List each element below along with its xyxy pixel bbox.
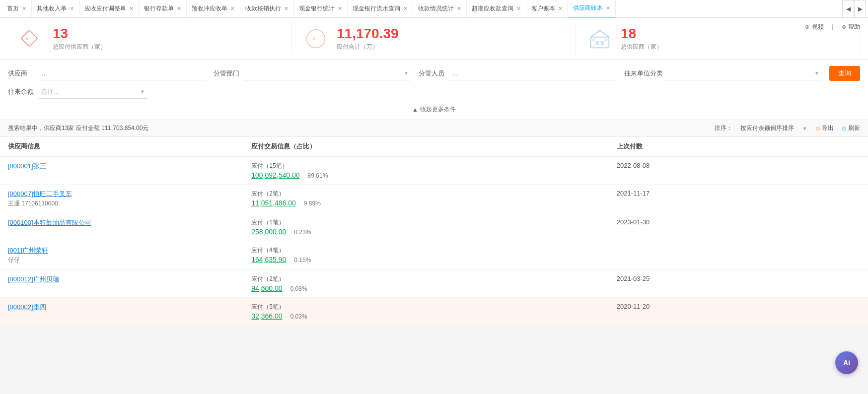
balance-select[interactable]: 选择... ▼ [39, 85, 147, 99]
refresh-button[interactable]: ⊙ 刷新 [842, 124, 860, 132]
nav-next-arrow[interactable]: ▶ [854, 0, 866, 18]
filter-balance: 往来余额 选择... ▼ [8, 85, 147, 99]
category-select[interactable]: ▼ [666, 66, 822, 80]
search-button[interactable]: 查询 [829, 66, 860, 81]
dept-label: 分管部门 [214, 69, 241, 78]
ai-assistant-button[interactable]: Ai [835, 351, 858, 374]
close-prepay-tab[interactable]: ✕ [230, 5, 235, 12]
tx-row: 94,600.00 0.08% [251, 283, 616, 292]
table-row: [000007]恒旺二手叉车 王通 17106110000 应付（2笔） 11,… [0, 185, 868, 213]
balance-label: 往来余额 [8, 87, 36, 96]
nav-tab-prepay[interactable]: 预收冲应收单 ✕ [187, 0, 240, 18]
last-pay-cell: 2022-08-08 [617, 162, 860, 169]
nav-tab-cashflow[interactable]: 现金银行流水查询 ✕ [348, 0, 413, 18]
svg-text:¥: ¥ [312, 36, 316, 42]
filter-row-2: 往来余额 选择... ▼ [8, 85, 860, 99]
nav-tab-bank[interactable]: 银行存款单 ✕ [139, 0, 187, 18]
supplier-info-cell: [000100]本特勤油品有限公司 [8, 218, 251, 227]
video-link[interactable]: ⊙ 视频 [805, 23, 823, 31]
nav-tab-income[interactable]: 其他收入单 ✕ [32, 0, 79, 18]
stat-block-total-payable: ¥ 11,170.39 应付合计（万） [292, 23, 576, 55]
export-button[interactable]: ⊙ 导出 [815, 124, 834, 132]
dept-chevron-down-icon: ▼ [404, 70, 409, 76]
tx-amount[interactable]: 94,600.00 [251, 284, 282, 292]
sort-select[interactable]: 按应付余额倒序排序 [740, 124, 794, 132]
nav-tab-recvstat[interactable]: 收款情况统计 ✕ [413, 0, 467, 18]
close-income-tab[interactable]: ✕ [70, 5, 74, 12]
help-links: ⊙ 视频 ｜ ⊙ 帮助 [805, 23, 860, 31]
svg-rect-0 [21, 30, 38, 47]
nav-tab-custbook[interactable]: 客户账本 ✕ [526, 0, 568, 18]
collapse-filters-button[interactable]: ▲ 收起更多条件 [8, 103, 860, 116]
supplier-link[interactable]: [001]广州荣轩 [8, 246, 251, 255]
nav-tab-verify[interactable]: 收款核销执行 ✕ [240, 0, 294, 18]
help-link[interactable]: ⊙ 帮助 [842, 23, 860, 31]
tx-percent: 9.89% [304, 200, 321, 207]
person-input[interactable] [449, 66, 616, 80]
refresh-icon: ⊙ [842, 125, 847, 132]
nav-tab-home[interactable]: 首页 ✕ [2, 0, 32, 18]
table-header-row: 供应商信息 应付交易信息（占比） 上次付数 [0, 137, 868, 157]
supplier-link[interactable]: [000001]张三 [8, 162, 251, 171]
results-actions: 排序： 按应付余额倒序排序 ▼ ⊙ 导出 ⊙ 刷新 [715, 124, 860, 132]
last-pay-cell: 2023-01-30 [617, 218, 860, 226]
close-cashstat-tab[interactable]: ✕ [338, 5, 342, 12]
close-custbook-tab[interactable]: ✕ [558, 5, 563, 12]
stat-number-store: 18 [621, 26, 662, 42]
tx-label: 应付（5笔） [251, 303, 616, 311]
collapse-up-icon: ▲ [412, 106, 418, 113]
main-table: 供应商信息 应付交易信息（占比） 上次付数 [000001]张三 应付（15笔）… [0, 137, 868, 326]
tx-label: 应付（2笔） [251, 190, 616, 198]
filter-dept: 分管部门 ▼ [214, 66, 411, 80]
export-icon: ⊙ [815, 125, 820, 132]
close-bank-tab[interactable]: ✕ [177, 5, 181, 12]
balance-chevron-down-icon: ▼ [140, 89, 145, 94]
last-pay-date: 2021-03-25 [617, 275, 650, 282]
tx-amount[interactable]: 11,051,486.00 [251, 199, 296, 207]
tx-amount[interactable]: 258,000.00 [251, 228, 286, 236]
supplier-sub: 王通 17106110000 [8, 199, 251, 208]
tx-percent: 0.03% [290, 313, 307, 320]
close-home-tab[interactable]: ✕ [22, 5, 26, 12]
supplier-input[interactable] [39, 66, 206, 80]
close-cashflow-tab[interactable]: ✕ [403, 5, 408, 12]
last-pay-cell: 2021-03-25 [617, 275, 860, 282]
svg-rect-7 [592, 39, 595, 41]
last-pay-date: 2020-11-20 [617, 303, 650, 310]
tx-info-cell: 应付（2笔） 94,600.00 0.08% [251, 275, 616, 292]
nav-tab-cashstat[interactable]: 现金银行统计 ✕ [294, 0, 348, 18]
filter-category: 往来单位分类 ▼ [624, 66, 822, 80]
tx-amount[interactable]: 100,092,540.00 [251, 171, 299, 179]
nav-prev-arrow[interactable]: ◀ [842, 0, 854, 18]
close-adjust-tab[interactable]: ✕ [129, 5, 134, 12]
tx-info-cell: 应付（5笔） 32,366.00 0.03% [251, 303, 616, 320]
stat-content-total: 11,170.39 应付合计（万） [337, 26, 399, 51]
balance-placeholder: 选择... [41, 87, 59, 96]
supplier-info-cell: [001]广州荣轩 仔仔 [8, 246, 251, 264]
nav-tab-adjust[interactable]: 应收应付调整单 ✕ [79, 0, 139, 18]
table-row: [001]广州荣轩 仔仔 应付（4笔） 164,635.90 0.15% [0, 241, 868, 270]
category-chevron-down-icon: ▼ [814, 70, 819, 76]
svg-rect-6 [601, 41, 604, 45]
close-suppbook-tab[interactable]: ✕ [606, 5, 610, 11]
tx-label: 应付（15笔） [251, 162, 616, 170]
last-pay-cell: 2020-11-20 [617, 303, 860, 310]
sort-chevron-down-icon[interactable]: ▼ [802, 126, 807, 131]
close-recvstat-tab[interactable]: ✕ [457, 5, 461, 12]
top-navigation: 首页 ✕ 其他收入单 ✕ 应收应付调整单 ✕ 银行存款单 ✕ 预收冲应收单 ✕ … [0, 0, 868, 18]
supplier-link[interactable]: [000002]李四 [8, 303, 251, 312]
help-separator: ｜ [830, 23, 836, 31]
close-overdue-tab[interactable]: ✕ [516, 5, 521, 12]
supplier-link[interactable]: [000100]本特勤油品有限公司 [8, 218, 251, 227]
dept-select[interactable]: ▼ [244, 66, 411, 80]
tx-amount[interactable]: 32,366.00 [251, 312, 282, 320]
nav-tab-overdue[interactable]: 超期应收款查询 ✕ [467, 0, 526, 18]
nav-tab-suppbook[interactable]: 供应商账本 ✕ [568, 0, 616, 18]
supplier-link[interactable]: [000007]恒旺二手叉车 [8, 190, 251, 198]
stat-content-store: 18 总供应商（家） [621, 26, 662, 51]
tx-amount[interactable]: 164,635.90 [251, 256, 286, 263]
close-verify-tab[interactable]: ✕ [284, 5, 289, 12]
stats-bar: ¥ 13 总应付供应商（家） ¥ 11,170.39 应付合计（万） [0, 18, 868, 60]
tx-label: 应付（2笔） [251, 275, 616, 283]
supplier-link[interactable]: [000012]广州贝瑞 [8, 275, 251, 284]
